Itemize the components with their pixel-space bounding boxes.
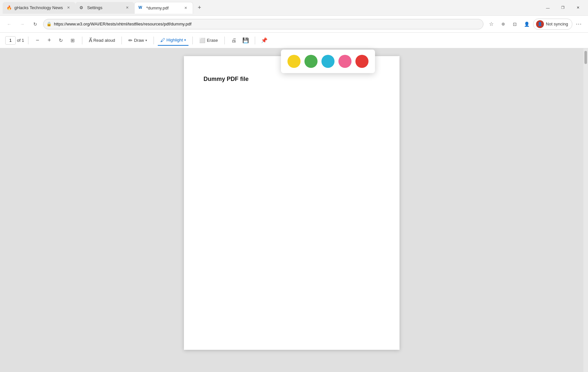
tab-ghacks[interactable]: 🔥 gHacks Technology News ✕: [3, 2, 75, 14]
scrollbar[interactable]: [583, 48, 588, 372]
maximize-button[interactable]: ❐: [555, 3, 570, 13]
pin-icon: 📌: [261, 37, 268, 43]
favorites-button[interactable]: ☆: [486, 19, 497, 29]
tab-pdf-close[interactable]: ✕: [183, 5, 189, 11]
tab-groups-button[interactable]: ⊡: [510, 19, 520, 29]
divider-2: [82, 37, 82, 44]
tab-ghacks-favicon: 🔥: [7, 5, 12, 10]
rotate-icon: ↻: [59, 38, 63, 43]
close-button[interactable]: ✕: [570, 3, 585, 13]
scrollbar-thumb[interactable]: [584, 51, 587, 64]
divider-3: [122, 37, 122, 44]
not-syncing-button[interactable]: 👤 Not syncing: [533, 19, 572, 30]
tab-settings[interactable]: ⚙ Settings ✕: [75, 2, 134, 14]
tab-pdf-title: *dummy.pdf: [146, 6, 180, 10]
address-bar: ← → ↻ 🔒 https://www.w3.org/WAI/ER/tests/…: [0, 16, 588, 33]
read-aloud-button[interactable]: A⃗ Read aloud: [86, 35, 118, 46]
tab-settings-close[interactable]: ✕: [124, 5, 130, 11]
highlight-color-red[interactable]: [355, 55, 368, 68]
forward-button[interactable]: →: [17, 19, 27, 29]
erase-label: Erase: [207, 38, 218, 43]
pdf-background: Dummy PDF file: [0, 48, 583, 372]
divider-5: [192, 37, 193, 44]
window-controls: — ❐ ✕: [540, 3, 585, 13]
draw-icon: ✏: [128, 38, 133, 43]
zoom-out-icon: −: [36, 37, 39, 44]
zoom-out-button[interactable]: −: [32, 35, 43, 46]
zoom-in-button[interactable]: +: [44, 35, 55, 46]
address-wrapper: 🔒 https://www.w3.org/WAI/ER/tests/xhtml/…: [43, 19, 483, 29]
profile-avatar: 👤: [536, 20, 544, 28]
highlight-label: Highlight: [167, 38, 183, 42]
pdf-toolbar: 1 of 1 − + ↻ ⊞ A⃗ Read aloud ✏ Draw ▾ 🖊 …: [0, 33, 588, 48]
divider-7: [255, 37, 255, 44]
pdf-page: Dummy PDF file: [184, 56, 400, 350]
highlight-color-cyan[interactable]: [321, 55, 335, 68]
read-aloud-label: Read aloud: [93, 38, 115, 43]
pdf-title: Dummy PDF file: [204, 76, 380, 83]
fit-page-button[interactable]: ⊞: [68, 35, 78, 46]
draw-label: Draw: [134, 38, 144, 43]
tab-pdf-favicon: W: [139, 5, 144, 10]
back-button[interactable]: ←: [4, 19, 14, 29]
pin-button[interactable]: 📌: [259, 35, 270, 46]
collections-button[interactable]: ⊛: [498, 19, 508, 29]
tab-pdf[interactable]: W *dummy.pdf ✕: [134, 2, 193, 14]
highlight-color-pink[interactable]: [338, 55, 351, 68]
page-input-group: 1 of 1: [5, 36, 24, 45]
tab-settings-favicon: ⚙: [79, 5, 85, 10]
draw-button[interactable]: ✏ Draw ▾: [126, 35, 149, 46]
browser-toolbar: ☆ ⊛ ⊡ 👤 👤 Not syncing ···: [486, 19, 584, 30]
tab-ghacks-close[interactable]: ✕: [66, 5, 72, 11]
divider-4: [154, 37, 154, 44]
save-button[interactable]: 💾: [240, 35, 251, 46]
highlight-color-green[interactable]: [304, 55, 318, 68]
draw-chevron-icon: ▾: [145, 39, 147, 42]
page-total-label: of 1: [17, 38, 24, 43]
page-number-input[interactable]: 1: [5, 36, 16, 45]
print-button[interactable]: 🖨: [229, 35, 239, 46]
highlight-icon: 🖊: [160, 37, 165, 43]
tab-ghacks-title: gHacks Technology News: [14, 5, 63, 10]
print-icon: 🖨: [231, 38, 237, 43]
more-options-button[interactable]: ···: [574, 19, 584, 29]
profile-button[interactable]: 👤: [521, 19, 532, 29]
erase-button[interactable]: ⬜ Erase: [197, 35, 220, 46]
refresh-button[interactable]: ↻: [30, 19, 41, 29]
new-tab-button[interactable]: +: [194, 3, 205, 13]
erase-icon: ⬜: [199, 38, 205, 43]
highlight-chevron-icon: ▾: [184, 38, 186, 42]
tab-settings-title: Settings: [87, 5, 122, 10]
not-syncing-label: Not syncing: [546, 22, 568, 26]
zoom-in-icon: +: [47, 37, 51, 44]
address-input[interactable]: https://www.w3.org/WAI/ER/tests/xhtml/te…: [43, 19, 483, 29]
highlight-color-yellow[interactable]: [287, 55, 301, 68]
divider-1: [28, 37, 28, 44]
lock-icon: 🔒: [46, 22, 52, 26]
fit-page-icon: ⊞: [71, 38, 75, 43]
highlight-color-dropdown: [281, 50, 375, 73]
read-aloud-icon: A⃗: [89, 38, 92, 43]
highlight-button[interactable]: 🖊 Highlight ▾: [158, 35, 189, 46]
rotate-button[interactable]: ↻: [56, 35, 66, 46]
title-bar: 🔥 gHacks Technology News ✕ ⚙ Settings ✕ …: [0, 0, 588, 16]
divider-6: [224, 37, 225, 44]
main-content: Dummy PDF file: [0, 48, 588, 372]
minimize-button[interactable]: —: [540, 3, 555, 13]
save-icon: 💾: [242, 37, 249, 43]
